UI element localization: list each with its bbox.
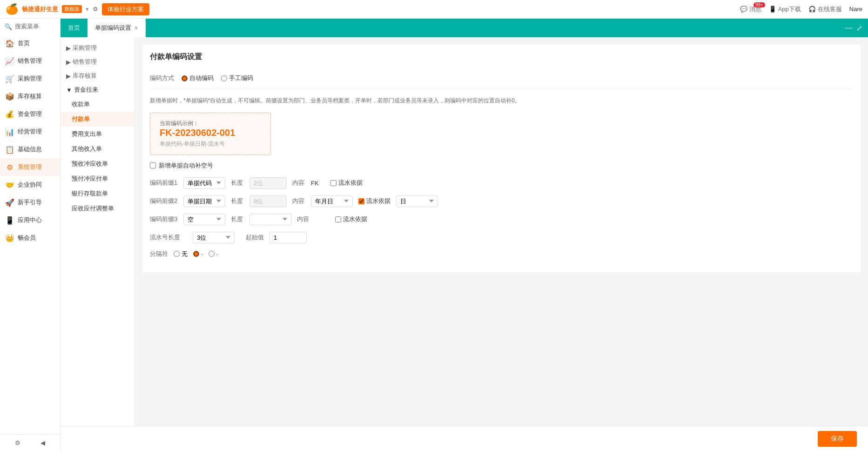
sep-dot-radio[interactable]: [193, 251, 199, 257]
sidebar-item-inventory[interactable]: 📦 库存核算: [0, 88, 60, 105]
sep-dot2-option[interactable]: ·: [209, 250, 218, 257]
sidebar-item-system[interactable]: ⚙ 系统管理: [0, 158, 60, 176]
message-icon: 💬: [740, 6, 747, 13]
sep-dot-option[interactable]: ·: [193, 250, 203, 257]
prefix2-serial-checkbox[interactable]: [358, 198, 364, 204]
sidebar-item-label: 采购管理: [18, 74, 42, 83]
footer-bar: 保存: [61, 426, 868, 451]
online-service-label: 在线客服: [818, 5, 842, 13]
sidebar-item-enterprise[interactable]: 🤝 企业协同: [0, 176, 60, 194]
auto-encode-option[interactable]: 自动编码: [182, 74, 214, 82]
chevron-down-icon[interactable]: ▾: [86, 6, 89, 13]
tab-close-icon[interactable]: ✕: [134, 25, 138, 31]
prefix3-serial-checkbox[interactable]: [335, 216, 341, 222]
separator-label: 分隔符: [150, 250, 168, 258]
sidebar-settings-icon[interactable]: ⚙: [15, 439, 20, 446]
sub-group-inventory-label: 库存核算: [73, 72, 97, 80]
sub-group-sales[interactable]: ▶ 销售管理: [61, 55, 135, 69]
tab-home-label: 首页: [68, 24, 80, 32]
top-bar-left: 🍊 畅捷通好生意 旗舰版 ▾ ⚙ 体验行业方案: [6, 3, 149, 15]
sub-group-inventory[interactable]: ▶ 库存核算: [61, 69, 135, 83]
auto-encode-label: 自动编码: [189, 74, 214, 82]
prefix2-unit-select[interactable]: 日: [396, 195, 438, 207]
prefix2-content-select[interactable]: 年月日: [311, 195, 353, 207]
sub-sidebar: ▶ 采购管理 ▶ 销售管理 ▶ 库存核算 ▼ 资金往来 收款单 付款单 费用支出…: [61, 37, 135, 426]
auto-encode-radio[interactable]: [182, 75, 188, 81]
sep-none-option[interactable]: 无: [174, 250, 188, 258]
sub-item-payment[interactable]: 付款单: [61, 112, 135, 127]
minimize-icon[interactable]: —: [845, 24, 853, 32]
maximize-icon[interactable]: ⤢: [856, 24, 862, 33]
guide-icon: 🚀: [6, 198, 14, 207]
sub-item-receipt[interactable]: 收款单: [61, 97, 135, 112]
sub-item-pre-pay[interactable]: 预付冲应付单: [61, 171, 135, 186]
auto-fill-checkbox[interactable]: [150, 162, 156, 168]
prefix1-select[interactable]: 单据代码: [183, 177, 225, 189]
trial-button[interactable]: 体验行业方案: [102, 3, 149, 15]
sub-group-capital[interactable]: ▼ 资金往来: [61, 83, 135, 97]
sidebar-item-finance[interactable]: 💰 资金管理: [0, 105, 60, 123]
sub-item-other-income[interactable]: 其他收入单: [61, 141, 135, 156]
download-icon: 📱: [769, 6, 776, 13]
serial-length-label: 流水号长度: [150, 233, 187, 242]
sidebar-search[interactable]: 🔍 搜索菜单: [0, 19, 60, 34]
sidebar-item-member[interactable]: 👑 畅会员: [0, 229, 60, 247]
prefix1-length-select[interactable]: 2位: [249, 177, 287, 189]
prefix3-select[interactable]: 空: [183, 214, 225, 225]
sub-group-purchase[interactable]: ▶ 采购管理: [61, 41, 135, 55]
prefix3-length-select[interactable]: [249, 214, 291, 225]
save-button[interactable]: 保存: [818, 431, 857, 447]
sidebar: 🔍 搜索菜单 🏠 首页 📈 销售管理 🛒 采购管理 📦 库存核算 💰 资金管理 …: [0, 19, 61, 451]
sub-item-pre-receive[interactable]: 预收冲应收单: [61, 156, 135, 171]
sub-item-adjust[interactable]: 应收应付调整单: [61, 201, 135, 216]
sep-none-radio[interactable]: [174, 251, 180, 257]
app-download-area[interactable]: 📱 App下载: [769, 5, 801, 13]
sep-dot2-label: ·: [216, 250, 218, 257]
sidebar-item-label: 企业协同: [18, 181, 42, 189]
sidebar-item-apps[interactable]: 📱 应用中心: [0, 211, 60, 229]
sub-item-expense[interactable]: 费用支出单: [61, 127, 135, 141]
prefix3-label: 编码前缀3: [150, 215, 178, 223]
sidebar-item-operation[interactable]: 📊 经营管理: [0, 123, 60, 141]
serial-length-row: 流水号长度 3位 起始值: [150, 232, 853, 243]
sidebar-item-purchase[interactable]: 🛒 采购管理: [0, 70, 60, 88]
sidebar-item-sales[interactable]: 📈 销售管理: [0, 52, 60, 70]
sidebar-item-guide[interactable]: 🚀 新手引导: [0, 194, 60, 211]
prefix2-length-select[interactable]: 8位: [249, 195, 287, 207]
prefix2-length-label: 长度: [231, 197, 243, 205]
separator-row: 分隔符 无 · ·: [150, 250, 853, 258]
tab-encoding-settings[interactable]: 单据编码设置 ✕: [87, 19, 146, 37]
example-box: 当前编码示例： FK-20230602-001 单据代码-单据日期-流水号: [150, 113, 271, 155]
page-title: 付款单编码设置: [150, 52, 853, 62]
sep-dot2-radio[interactable]: [209, 251, 215, 257]
chevron-right-icon: ▶: [66, 45, 71, 52]
sidebar-item-basic[interactable]: 📋 基础信息: [0, 141, 60, 158]
service-icon: 🎧: [808, 6, 816, 13]
basic-icon: 📋: [6, 145, 14, 154]
settings-icon[interactable]: ⚙: [93, 6, 98, 13]
sidebar-collapse-icon[interactable]: ◀: [40, 439, 45, 446]
finance-icon: 💰: [6, 110, 14, 118]
tab-home[interactable]: 首页: [61, 19, 87, 37]
prefix1-serial-checkbox[interactable]: [330, 180, 336, 186]
manual-encode-option[interactable]: 手工编码: [221, 74, 253, 82]
prefix3-serial-area[interactable]: 流水依据: [335, 215, 367, 223]
prefix2-select[interactable]: 单据日期: [183, 195, 225, 207]
prefix1-serial-area[interactable]: 流水依据: [330, 179, 363, 187]
sidebar-item-label: 系统管理: [18, 163, 42, 171]
start-value-input[interactable]: [269, 232, 307, 243]
prefix2-serial-area[interactable]: 流水依据: [358, 197, 390, 205]
encoding-method-label: 编码方式: [150, 74, 174, 82]
sep-dot-label: ·: [201, 250, 203, 257]
example-code: FK-20230602-001: [160, 128, 261, 138]
message-area[interactable]: 💬 消息 99+: [740, 5, 761, 13]
sub-item-bank[interactable]: 银行存取款单: [61, 186, 135, 201]
user-name[interactable]: Nare: [849, 6, 862, 13]
online-service-area[interactable]: 🎧 在线客服: [808, 5, 842, 13]
sidebar-item-home[interactable]: 🏠 首页: [0, 34, 60, 52]
app-download-label: App下载: [778, 5, 801, 13]
top-bar-right: 💬 消息 99+ 📱 App下载 🎧 在线客服 Nare: [740, 5, 862, 13]
manual-encode-radio[interactable]: [221, 75, 227, 81]
sub-group-capital-label: 资金往来: [74, 86, 98, 94]
serial-length-select[interactable]: 3位: [193, 232, 235, 243]
